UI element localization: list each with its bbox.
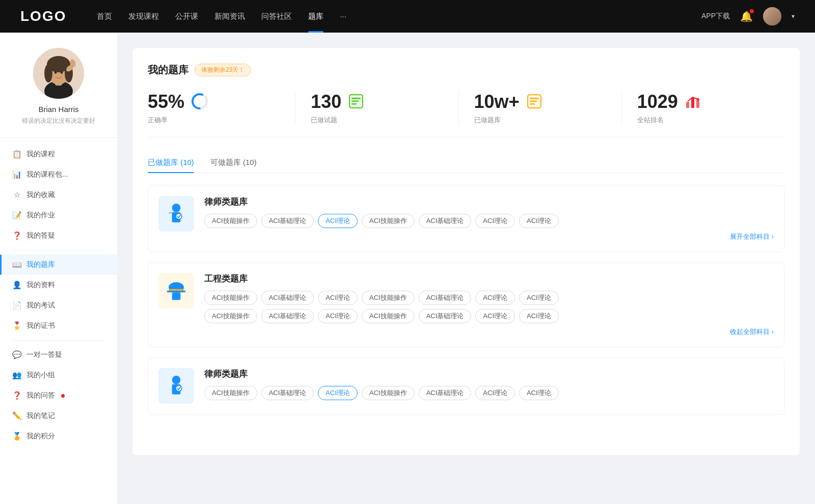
accuracy-chart-icon — [191, 92, 209, 112]
tags-row-engineer-1: ACI技能操作 ACI基础理论 ACI理论 ACI技能操作 ACI基础理论 AC… — [204, 291, 774, 305]
sidebar-item-favorites[interactable]: ☆ 我的收藏 — [0, 185, 117, 205]
tag[interactable]: ACI技能操作 — [204, 309, 257, 323]
stat-label-banks: 已做题库 — [474, 116, 501, 125]
stat-questions-done: 130 已做试题 — [295, 91, 458, 125]
sidebar-item-question-bank[interactable]: 📖 我的题库 — [0, 255, 117, 275]
tag[interactable]: ACI理论 — [519, 214, 559, 228]
sidebar-item-my-course[interactable]: 📋 我的课程 — [0, 144, 117, 164]
sidebar-item-one-on-one[interactable]: 💬 一对一答疑 — [0, 345, 117, 365]
stat-value-banks: 10w+ — [474, 91, 520, 113]
tag-active[interactable]: ACI理论 — [318, 386, 358, 400]
tag[interactable]: ACI理论 — [519, 309, 559, 323]
tag-active[interactable]: ACI理论 — [318, 214, 358, 228]
tag[interactable]: ACI理论 — [475, 291, 515, 305]
question-bank-icon: 📖 — [12, 260, 21, 269]
tag[interactable]: ACI技能操作 — [204, 386, 257, 400]
favorites-icon: ☆ — [12, 190, 21, 200]
unread-dot — [61, 394, 65, 398]
sidebar-item-label: 我的问答 — [26, 391, 55, 400]
sidebar-item-label: 我的收藏 — [26, 190, 55, 200]
notification-dot — [750, 9, 754, 13]
stat-top-accuracy: 55% — [148, 91, 209, 113]
nav-qa[interactable]: 问答社区 — [261, 12, 292, 21]
tag[interactable]: ACI理论 — [475, 214, 515, 228]
tag[interactable]: ACI理论 — [475, 386, 515, 400]
tag[interactable]: ACI理论 — [519, 386, 559, 400]
stat-label-questions: 已做试题 — [311, 116, 337, 125]
nav-more[interactable]: ··· — [340, 12, 346, 21]
tag[interactable]: ACI技能操作 — [362, 214, 415, 228]
svg-point-27 — [176, 213, 182, 219]
qbank-title-lawyer-2: 律师类题库 — [204, 368, 774, 380]
svg-point-5 — [44, 64, 52, 82]
tag[interactable]: ACI理论 — [475, 309, 515, 323]
svg-rect-19 — [530, 100, 537, 102]
svg-rect-21 — [686, 102, 689, 108]
tag[interactable]: ACI基础理论 — [261, 309, 314, 323]
stat-top-banks: 10w+ — [474, 91, 543, 113]
svg-point-24 — [696, 98, 699, 100]
tag[interactable]: ACI技能操作 — [204, 291, 257, 305]
user-avatar[interactable] — [763, 7, 781, 25]
questions-icon — [347, 93, 365, 111]
sidebar-item-my-qa[interactable]: ❓ 我的问答 — [0, 385, 117, 406]
notification-bell[interactable]: 🔔 — [740, 10, 753, 22]
sidebar: Brian Harris 错误的决定比没有决定要好 📋 我的课程 📊 我的课程包… — [0, 33, 117, 504]
stats-row: 55% 正确率 130 — [148, 91, 784, 137]
sidebar-item-notes[interactable]: ✏️ 我的笔记 — [0, 406, 117, 426]
stat-label-ranking: 全站排名 — [637, 116, 664, 125]
tag[interactable]: ACI基础理论 — [261, 291, 314, 305]
tags-row-lawyer-1: ACI技能操作 ACI基础理论 ACI理论 ACI技能操作 ACI基础理论 AC… — [204, 214, 774, 228]
app-download-button[interactable]: APP下载 — [701, 12, 730, 21]
nav-discover[interactable]: 发现课程 — [128, 12, 159, 21]
nav-question-bank[interactable]: 题库 — [308, 12, 323, 21]
tag[interactable]: ACI技能操作 — [362, 291, 415, 305]
sidebar-item-qa[interactable]: ❓ 我的答疑 — [0, 226, 117, 246]
tag[interactable]: ACI基础理论 — [419, 386, 472, 400]
sidebar-divider-2 — [12, 340, 105, 341]
trial-badge: 体验剩余23天！ — [195, 64, 251, 76]
tab-completed[interactable]: 已做题库 (10) — [148, 153, 194, 173]
qbank-section-engineer: 工程类题库 ACI技能操作 ACI基础理论 ACI理论 ACI技能操作 ACI基… — [148, 262, 784, 347]
lawyer-icon — [164, 201, 189, 227]
page-layout: Brian Harris 错误的决定比没有决定要好 📋 我的课程 📊 我的课程包… — [0, 33, 815, 504]
main-content: 我的题库 体验剩余23天！ 55% — [117, 33, 815, 504]
chevron-down-icon[interactable]: ▾ — [792, 13, 795, 20]
nav-news[interactable]: 新闻资讯 — [214, 12, 245, 21]
engineer-icon — [164, 278, 189, 303]
sidebar-item-exam[interactable]: 📄 我的考试 — [0, 295, 117, 316]
sidebar-item-points[interactable]: 🏅 我的积分 — [0, 426, 117, 446]
sidebar-item-label: 我的课程包... — [26, 170, 68, 179]
tabs: 已做题库 (10) 可做题库 (10) — [148, 153, 784, 173]
tag[interactable]: ACI理论 — [318, 309, 358, 323]
nav-open-course[interactable]: 公开课 — [175, 12, 198, 21]
sidebar-item-label: 我的资料 — [26, 281, 55, 290]
tag[interactable]: ACI基础理论 — [419, 309, 472, 323]
tab-available[interactable]: 可做题库 (10) — [210, 153, 257, 173]
tag[interactable]: ACI理论 — [318, 291, 358, 305]
tag[interactable]: ACI基础理论 — [419, 291, 472, 305]
sidebar-item-label: 我的课程 — [26, 150, 55, 159]
expand-all-link[interactable]: 展开全部科目 — [730, 232, 774, 241]
avatar — [33, 48, 84, 99]
sidebar-item-profile[interactable]: 👤 我的资料 — [0, 275, 117, 295]
qbank-section-lawyer-2: 律师类题库 ACI技能操作 ACI基础理论 ACI理论 ACI技能操作 ACI基… — [148, 357, 784, 415]
qbank-footer-engineer: 收起全部科目 — [204, 327, 774, 337]
sidebar-item-certificate[interactable]: 🎖️ 我的证书 — [0, 316, 117, 336]
sidebar-item-course-pack[interactable]: 📊 我的课程包... — [0, 164, 117, 185]
nav-home[interactable]: 首页 — [97, 12, 112, 21]
tag[interactable]: ACI技能操作 — [362, 386, 415, 400]
tag[interactable]: ACI基础理论 — [419, 214, 472, 228]
tag[interactable]: ACI基础理论 — [261, 214, 314, 228]
sidebar-motto: 错误的决定比没有决定要好 — [22, 117, 95, 125]
tag[interactable]: ACI基础理论 — [261, 386, 314, 400]
sidebar-item-group[interactable]: 👥 我的小组 — [0, 365, 117, 385]
sidebar-item-homework[interactable]: 📝 我的作业 — [0, 205, 117, 226]
tag[interactable]: ACI技能操作 — [204, 214, 257, 228]
svg-rect-20 — [530, 103, 535, 105]
tag[interactable]: ACI技能操作 — [362, 309, 415, 323]
svg-rect-18 — [530, 98, 539, 99]
svg-rect-31 — [167, 291, 186, 292]
collapse-all-link[interactable]: 收起全部科目 — [730, 327, 774, 337]
tag[interactable]: ACI理论 — [519, 291, 559, 305]
